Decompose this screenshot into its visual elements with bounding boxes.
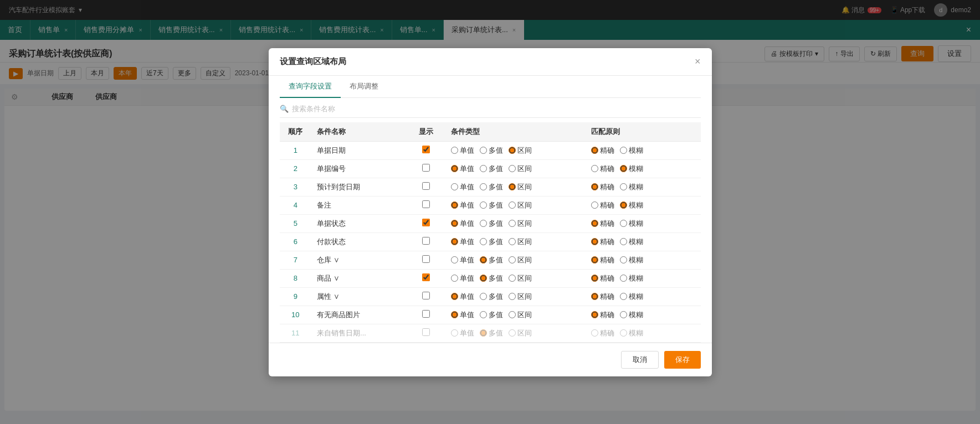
type-radio-item[interactable]: 单值 — [451, 255, 474, 265]
type-radio-多值[interactable] — [480, 147, 487, 154]
match-radio-模糊[interactable] — [620, 311, 627, 318]
match-radio-item[interactable]: 精确 — [591, 255, 614, 265]
match-radio-item[interactable]: 模糊 — [620, 292, 643, 302]
type-radio-item[interactable]: 区间 — [509, 310, 532, 320]
type-radio-单值[interactable] — [451, 329, 458, 337]
modal-close-button[interactable]: × — [695, 56, 701, 68]
type-radio-多值[interactable] — [480, 238, 487, 245]
type-radio-item[interactable]: 区间 — [509, 164, 532, 174]
match-radio-item[interactable]: 精确 — [591, 273, 614, 283]
match-radio-item[interactable]: 精确 — [591, 292, 614, 302]
type-radio-多值[interactable] — [480, 329, 487, 337]
match-radio-item[interactable]: 模糊 — [620, 200, 643, 210]
type-radio-多值[interactable] — [480, 311, 487, 318]
type-radio-多值[interactable] — [480, 293, 487, 300]
match-radio-模糊[interactable] — [620, 329, 627, 337]
type-radio-item[interactable]: 区间 — [509, 146, 532, 156]
match-radio-模糊[interactable] — [620, 293, 627, 300]
type-radio-单值[interactable] — [451, 311, 458, 318]
type-radio-区间[interactable] — [509, 329, 516, 337]
search-input[interactable] — [292, 105, 701, 113]
display-checkbox[interactable] — [422, 146, 430, 153]
match-radio-精确[interactable] — [591, 238, 598, 245]
display-checkbox[interactable] — [422, 310, 430, 318]
type-radio-区间[interactable] — [509, 275, 516, 282]
display-checkbox[interactable] — [422, 164, 430, 172]
match-radio-item[interactable]: 精确 — [591, 182, 614, 192]
display-checkbox[interactable] — [422, 255, 430, 263]
type-radio-item[interactable]: 单值 — [451, 310, 474, 320]
match-radio-item[interactable]: 精确 — [591, 328, 614, 338]
type-radio-item[interactable]: 区间 — [509, 255, 532, 265]
match-radio-item[interactable]: 模糊 — [620, 328, 643, 338]
type-radio-item[interactable]: 区间 — [509, 219, 532, 229]
match-radio-模糊[interactable] — [620, 147, 627, 154]
type-radio-单值[interactable] — [451, 238, 458, 245]
type-radio-item[interactable]: 多值 — [480, 164, 503, 174]
display-checkbox[interactable] — [422, 292, 430, 299]
match-radio-模糊[interactable] — [620, 220, 627, 227]
save-button[interactable]: 保存 — [664, 351, 701, 369]
match-radio-item[interactable]: 精确 — [591, 237, 614, 247]
type-radio-item[interactable]: 多值 — [480, 310, 503, 320]
type-radio-单值[interactable] — [451, 293, 458, 300]
type-radio-多值[interactable] — [480, 183, 487, 190]
type-radio-区间[interactable] — [509, 147, 516, 154]
type-radio-item[interactable]: 单值 — [451, 292, 474, 302]
match-radio-精确[interactable] — [591, 183, 598, 190]
modal-tab-layout[interactable]: 布局调整 — [341, 76, 387, 98]
type-radio-item[interactable]: 单值 — [451, 237, 474, 247]
type-radio-多值[interactable] — [480, 201, 487, 209]
type-radio-区间[interactable] — [509, 256, 516, 263]
display-checkbox[interactable] — [422, 328, 430, 336]
type-radio-item[interactable]: 多值 — [480, 292, 503, 302]
display-checkbox[interactable] — [422, 219, 430, 226]
type-radio-item[interactable]: 单值 — [451, 164, 474, 174]
match-radio-模糊[interactable] — [620, 256, 627, 263]
match-radio-精确[interactable] — [591, 201, 598, 209]
type-radio-单值[interactable] — [451, 165, 458, 172]
match-radio-item[interactable]: 模糊 — [620, 146, 643, 156]
type-radio-多值[interactable] — [480, 256, 487, 263]
type-radio-区间[interactable] — [509, 293, 516, 300]
type-radio-item[interactable]: 多值 — [480, 219, 503, 229]
type-radio-单值[interactable] — [451, 220, 458, 227]
match-radio-item[interactable]: 精确 — [591, 146, 614, 156]
type-radio-多值[interactable] — [480, 165, 487, 172]
type-radio-item[interactable]: 多值 — [480, 255, 503, 265]
match-radio-精确[interactable] — [591, 147, 598, 154]
match-radio-item[interactable]: 模糊 — [620, 182, 643, 192]
type-radio-item[interactable]: 区间 — [509, 237, 532, 247]
match-radio-item[interactable]: 模糊 — [620, 164, 643, 174]
type-radio-区间[interactable] — [509, 238, 516, 245]
type-radio-item[interactable]: 单值 — [451, 328, 474, 338]
modal-tab-query-fields[interactable]: 查询字段设置 — [280, 76, 341, 98]
type-radio-item[interactable]: 多值 — [480, 237, 503, 247]
match-radio-精确[interactable] — [591, 220, 598, 227]
display-checkbox[interactable] — [422, 200, 430, 208]
display-checkbox[interactable] — [422, 237, 430, 245]
match-radio-精确[interactable] — [591, 275, 598, 282]
type-radio-item[interactable]: 多值 — [480, 182, 503, 192]
type-radio-区间[interactable] — [509, 220, 516, 227]
match-radio-模糊[interactable] — [620, 238, 627, 245]
match-radio-item[interactable]: 精确 — [591, 310, 614, 320]
match-radio-item[interactable]: 模糊 — [620, 237, 643, 247]
match-radio-item[interactable]: 模糊 — [620, 219, 643, 229]
type-radio-多值[interactable] — [480, 275, 487, 282]
type-radio-item[interactable]: 单值 — [451, 146, 474, 156]
type-radio-item[interactable]: 区间 — [509, 200, 532, 210]
type-radio-item[interactable]: 区间 — [509, 292, 532, 302]
type-radio-item[interactable]: 区间 — [509, 328, 532, 338]
type-radio-区间[interactable] — [509, 165, 516, 172]
match-radio-item[interactable]: 模糊 — [620, 255, 643, 265]
type-radio-item[interactable]: 单值 — [451, 219, 474, 229]
match-radio-精确[interactable] — [591, 293, 598, 300]
type-radio-item[interactable]: 单值 — [451, 200, 474, 210]
match-radio-精确[interactable] — [591, 329, 598, 337]
type-radio-区间[interactable] — [509, 183, 516, 190]
display-checkbox[interactable] — [422, 182, 430, 190]
type-radio-item[interactable]: 单值 — [451, 182, 474, 192]
type-radio-item[interactable]: 区间 — [509, 182, 532, 192]
match-radio-item[interactable]: 精确 — [591, 200, 614, 210]
